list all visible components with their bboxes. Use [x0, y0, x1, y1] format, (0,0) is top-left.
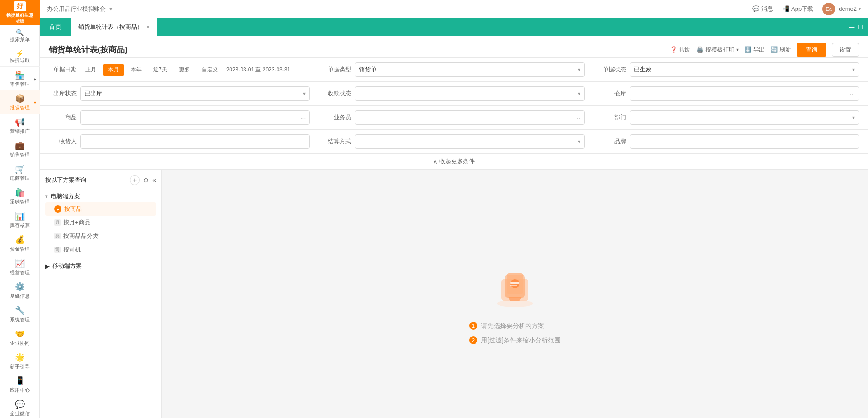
sidebar-item-cooperation[interactable]: 🤝 企业协同: [0, 326, 40, 349]
operation-icon: 📈: [15, 258, 25, 268]
settings-btn[interactable]: 设置: [832, 43, 859, 57]
sidebar-item-system[interactable]: 🔧 系统管理: [0, 302, 40, 326]
panel-item-by-company[interactable]: 司 按司机: [45, 243, 156, 256]
staff-input[interactable]: ···: [355, 110, 584, 125]
appcenter-icon: 📱: [15, 376, 25, 386]
panel-pc-title[interactable]: ▾ 电脑端方案: [45, 190, 156, 202]
search-menu[interactable]: 🔍 搜索菜单: [0, 25, 40, 47]
tab-maximize-btn[interactable]: □: [858, 23, 863, 31]
retail-icon: 🏪: [15, 70, 25, 80]
export-btn[interactable]: ⬇️ 导出: [744, 46, 765, 54]
receiver-dots: ···: [301, 138, 306, 145]
out-filter-cell: 出库状态 已出库 ▾: [49, 86, 310, 101]
by-product-icon: ●: [54, 205, 61, 213]
industry-dropdown[interactable]: ▾: [109, 5, 113, 12]
sidebar-item-marketing[interactable]: 📢 营销推广: [0, 114, 40, 138]
sidebar-item-basic[interactable]: ⚙️ 基础信息: [0, 279, 40, 302]
receiver-input[interactable]: ···: [80, 134, 310, 149]
industry-label: 办公用品行业模拟账套: [47, 5, 106, 13]
date-this-month[interactable]: 本月: [103, 64, 124, 76]
username: demo2: [839, 5, 857, 12]
sidebar-item-ecommerce[interactable]: 🛒 电商管理: [0, 161, 40, 185]
tab-active[interactable]: 销货单统计表（按商品） ×: [71, 18, 157, 36]
warehouse-input[interactable]: ···: [630, 86, 859, 101]
payment-label: 结算方式: [323, 138, 355, 146]
panel-header: 按以下方案查询 + ⊙ «: [40, 175, 161, 189]
sidebar: 好 畅捷通好生意 标版 🔍 搜索菜单 ⚡ 快捷导航 🏪 零售管理 ▸ 📦 批发管…: [0, 0, 40, 418]
download-icon: 📲: [782, 5, 789, 12]
main-area: 办公用品行业模拟账套 ▾ 💬 消息 📲 App下载 Ea demo2 ▾ 首: [40, 0, 868, 418]
receiver-label: 收货人: [49, 138, 80, 146]
svg-rect-6: [510, 285, 517, 286]
message-btn[interactable]: 💬 消息: [752, 5, 773, 13]
panel-item-by-category[interactable]: 类 按商品品分类: [45, 229, 156, 243]
receipt-select[interactable]: ▾: [355, 86, 584, 101]
sidebar-item-guide[interactable]: 🌟 新手引导: [0, 349, 40, 373]
print-btn[interactable]: 🖨️ 按模板打印 ▾: [696, 46, 739, 54]
date-last-month[interactable]: 上月: [80, 64, 101, 76]
query-btn[interactable]: 查询: [797, 43, 826, 57]
panel-item-by-month[interactable]: 月 按月+商品: [45, 216, 156, 229]
date-this-year[interactable]: 本年: [126, 64, 146, 76]
sidebar-item-operation[interactable]: 📈 经营管理: [0, 255, 40, 279]
sidebar-item-sales[interactable]: 💼 销售管理: [0, 138, 40, 161]
warehouse-label: 仓库: [598, 90, 630, 98]
inventory-icon: 📊: [15, 211, 25, 221]
receipt-label: 收款状态: [323, 90, 355, 98]
collapse-text: 收起更多条件: [439, 157, 475, 166]
tab-close-icon[interactable]: ×: [146, 24, 150, 30]
sidebar-item-wholesale[interactable]: 📦 批发管理 ▾: [0, 90, 40, 114]
full-layout: 按以下方案查询 + ⊙ « ▾ 电脑端方案 ●: [40, 170, 868, 418]
status-chevron: ▾: [852, 66, 855, 73]
out-select[interactable]: 已出库 ▾: [80, 86, 310, 101]
panel-add-icon[interactable]: +: [130, 175, 140, 185]
goods-input[interactable]: ···: [80, 110, 310, 125]
status-select[interactable]: 已生效 ▾: [630, 62, 859, 77]
type-select[interactable]: 销货单 ▾: [355, 62, 584, 77]
basic-icon: ⚙️: [15, 282, 25, 292]
sales-icon: 💼: [15, 141, 25, 151]
panel-title: 按以下方案查询: [45, 176, 86, 184]
user-info[interactable]: Ea demo2 ▾: [822, 3, 861, 15]
dept-select[interactable]: ▾: [630, 110, 859, 125]
empty-svg: [488, 265, 542, 310]
date-custom[interactable]: 自定义: [197, 64, 223, 76]
dept-filter-cell: 部门 ▾: [598, 110, 859, 125]
receipt-filter-cell: 收款状态 ▾: [323, 86, 584, 101]
panel-mobile-title[interactable]: ▶ 移动端方案: [45, 260, 156, 272]
tab-home[interactable]: 首页: [40, 18, 71, 36]
purchase-icon: 🛍️: [15, 188, 25, 198]
warehouse-filter-cell: 仓库 ···: [598, 86, 859, 101]
filter-row-2: 出库状态 已出库 ▾ 收款状态 ▾ 仓库: [40, 82, 868, 106]
sidebar-item-purchase[interactable]: 🛍️ 采购管理: [0, 185, 40, 208]
tab-minimize-btn[interactable]: ─: [849, 23, 854, 31]
sidebar-item-appcenter[interactable]: 📱 应用中心: [0, 373, 40, 396]
panel-mobile-section: ▶ 移动端方案: [40, 258, 161, 274]
panel-item-by-product[interactable]: ● 按商品: [45, 202, 156, 216]
marketing-icon: 📢: [15, 117, 25, 127]
app-download-btn[interactable]: 📲 App下载: [782, 5, 813, 13]
panel-settings-icon[interactable]: ⊙: [143, 176, 149, 184]
payment-chevron: ▾: [578, 138, 580, 145]
sidebar-item-retail[interactable]: 🏪 零售管理 ▸: [0, 67, 40, 90]
mobile-section-arrow: ▶: [45, 263, 50, 270]
panel-collapse-icon[interactable]: «: [152, 176, 156, 184]
filter-row-1: 单据日期 上月 本月 本年 近7天 更多 自定义 2023-03-01 至 20…: [40, 58, 868, 82]
collapse-bar[interactable]: ∧ 收起更多条件: [40, 154, 868, 170]
payment-filter-cell: 结算方式 ▾: [323, 134, 584, 149]
date-more[interactable]: 更多: [174, 64, 195, 76]
payment-select[interactable]: ▾: [355, 134, 584, 149]
out-label: 出库状态: [49, 90, 80, 98]
sidebar-item-wechat[interactable]: 💬 企业微信: [0, 396, 40, 418]
date-7days[interactable]: 近7天: [148, 64, 172, 76]
sidebar-item-inventory[interactable]: 📊 库存核算: [0, 208, 40, 232]
refresh-btn[interactable]: 🔄 刷新: [770, 46, 791, 54]
brand-input[interactable]: ···: [630, 134, 859, 149]
sidebar-item-finance[interactable]: 💰 资金管理: [0, 232, 40, 255]
quick-nav[interactable]: ⚡ 快捷导航: [0, 47, 40, 67]
help-btn[interactable]: ❓ 帮助: [670, 46, 691, 54]
empty-step-2: 2 用[过滤]条件来缩小分析范围: [469, 334, 561, 347]
staff-dots: ···: [575, 114, 580, 121]
retail-arrow: ▸: [34, 76, 36, 81]
goods-dots: ···: [301, 114, 306, 121]
